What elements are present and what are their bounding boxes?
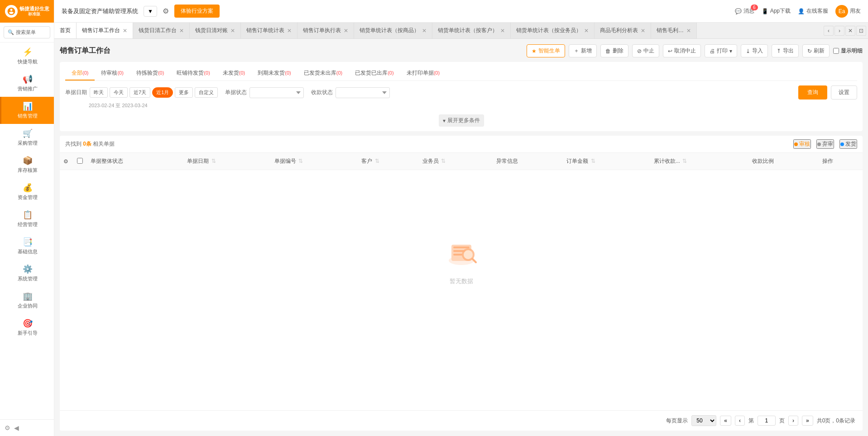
show-detail-checkbox[interactable] (833, 48, 839, 54)
tab-cash-daily[interactable]: 钱货日清工作台 ✕ (133, 23, 190, 38)
filter-tab-not-printed[interactable]: 未打印单据(0) (400, 66, 446, 81)
export-button[interactable]: ⤒ 导出 (772, 44, 799, 57)
filter-tab-pending-review[interactable]: 待审核(0) (95, 66, 129, 81)
tab-close-sales-exec[interactable]: ✕ (344, 28, 348, 33)
tab-home[interactable]: 首页 (54, 23, 77, 38)
status-filter-item: 单据状态 (225, 87, 304, 98)
set-button[interactable]: 设置 (831, 85, 857, 100)
col-salesperson[interactable]: 业务员 ⇅ (419, 153, 493, 170)
settings-icon[interactable]: ⚙ (63, 158, 68, 165)
gear-button[interactable]: ⚙ (163, 7, 169, 15)
tab-close-cash-reconcile[interactable]: ✕ (230, 28, 235, 33)
empty-icon (443, 236, 480, 272)
add-button[interactable]: ＋ 新增 (569, 44, 597, 57)
next-page-button[interactable]: › (788, 416, 798, 426)
tab-sales-workbench[interactable]: 销售订单工作台 ✕ (77, 23, 133, 38)
sidebar-item-basics[interactable]: 📑 基础信息 (0, 232, 54, 260)
sidebar-item-marketing[interactable]: 📢 营销推广 (0, 70, 54, 97)
payment-select[interactable] (336, 87, 390, 98)
page-size-select[interactable]: 50 100 200 (691, 415, 716, 426)
refresh-button[interactable]: ↻ 刷新 (802, 44, 830, 57)
sidebar-item-enterprise[interactable]: 🏢 企业协同 (0, 287, 54, 314)
app-download-button[interactable]: 📱 App下载 (762, 7, 791, 15)
collapse-button[interactable]: ◀ (14, 424, 19, 431)
filter-tab-not-shipped[interactable]: 未发货(0) (216, 66, 251, 81)
ship-bulk-button[interactable]: 发货 (839, 139, 857, 149)
date-more-btn[interactable]: 更多 (175, 87, 193, 98)
tab-close-cash-daily[interactable]: ✕ (179, 28, 184, 33)
user-menu[interactable]: Ea 用友 (835, 5, 861, 18)
sidebar-item-quick-nav[interactable]: ⚡ 快捷导航 (0, 43, 54, 70)
sidebar-item-sales[interactable]: 📊 销售管理 (0, 97, 54, 124)
tab-sales-summary-staff[interactable]: 销货单统计表（按业务员） ✕ (511, 23, 595, 38)
prev-page-button[interactable]: ‹ (735, 416, 745, 426)
last-page-button[interactable]: » (802, 416, 813, 426)
cancel-stop-button[interactable]: ↩ 取消中止 (663, 44, 701, 57)
stop-button[interactable]: ⊘ 中止 (632, 44, 659, 57)
tab-close-gross-profit[interactable]: ✕ (641, 28, 645, 33)
tab-close-sales-stats[interactable]: ✕ (287, 28, 292, 33)
show-detail-label[interactable]: 显示明细 (833, 47, 863, 55)
app-dropdown-button[interactable]: ▼ (144, 6, 157, 17)
unapprove-button[interactable]: 弃审 (816, 139, 834, 149)
online-service-button[interactable]: 👤 在线客服 (798, 7, 828, 15)
col-collected[interactable]: 累计收款... ⇅ (650, 153, 748, 170)
tab-sales-summary-customer[interactable]: 销货单统计表（按客户） ✕ (432, 23, 511, 38)
operations-icon: 📋 (23, 210, 33, 220)
date-7days-btn[interactable]: 近7天 (129, 87, 150, 98)
delete-icon: 🗑 (605, 48, 611, 54)
sidebar-item-guide[interactable]: 🎯 新手引导 (0, 314, 54, 341)
sidebar-item-finance[interactable]: 💰 资金管理 (0, 178, 54, 205)
expand-conditions-button[interactable]: ▾ 展开更多条件 (439, 114, 484, 127)
tab-close-sales-summary-customer[interactable]: ✕ (500, 28, 505, 33)
tab-close-sales-total[interactable]: ✕ (686, 28, 691, 33)
delete-button[interactable]: 🗑 删除 (600, 44, 628, 57)
first-page-button[interactable]: « (720, 416, 731, 426)
tab-close-sales-summary-staff[interactable]: ✕ (584, 28, 589, 33)
approve-button[interactable]: 审核 (793, 139, 811, 149)
filter-tab-shipped-out[interactable]: 已发货已出库(0) (349, 66, 400, 81)
smart-create-button[interactable]: 智能生单 (527, 44, 565, 57)
date-today-btn[interactable]: 今天 (110, 87, 128, 98)
import-button[interactable]: ⤓ 导入 (741, 44, 768, 57)
tab-close-all-button[interactable]: ✕ (845, 26, 855, 36)
settings-bottom-button[interactable]: ⚙ (5, 424, 10, 431)
filter-tab-pending-inspect[interactable]: 待拣验货(0) (130, 66, 170, 81)
tab-sales-stats[interactable]: 销售订单统计表 ✕ (241, 23, 297, 38)
tab-menu-button[interactable]: ⊡ (856, 26, 866, 36)
filter-tab-overdue-ship[interactable]: 到期未发货(0) (251, 66, 297, 81)
message-badge: 6 (751, 5, 758, 10)
sidebar-item-system[interactable]: ⚙️ 系统管理 (0, 260, 54, 287)
tab-close-sales-workbench[interactable]: ✕ (123, 28, 127, 33)
date-1month-btn[interactable]: 近1月 (152, 87, 173, 98)
print-button[interactable]: 🖨 打印 ▾ (705, 44, 737, 57)
date-custom-btn[interactable]: 自定义 (195, 87, 218, 98)
query-button[interactable]: 查询 (798, 85, 827, 100)
svg-point-6 (464, 250, 473, 259)
sidebar-item-operations[interactable]: 📋 经营管理 (0, 205, 54, 232)
tab-next-button[interactable]: › (834, 26, 844, 36)
filter-tab-all[interactable]: 全部(0) (65, 66, 95, 81)
tab-prev-button[interactable]: ‹ (824, 26, 834, 36)
filter-tab-wangpu-ship[interactable]: 旺铺待发货(0) (170, 66, 216, 81)
status-select[interactable] (249, 87, 304, 98)
date-yesterday-btn[interactable]: 昨天 (90, 87, 108, 98)
col-customer[interactable]: 客户 ⇅ (358, 153, 418, 170)
select-all-checkbox[interactable] (77, 158, 83, 164)
tab-sales-exec[interactable]: 销售订单执行表 ✕ (297, 23, 354, 38)
sidebar-item-purchase[interactable]: 🛒 采购管理 (0, 124, 54, 151)
page-number-input[interactable] (758, 416, 776, 426)
filter-tab-shipped-not-out[interactable]: 已发货未出库(0) (297, 66, 349, 81)
tab-cash-reconcile[interactable]: 钱货日清对账 ✕ (190, 23, 241, 38)
col-number[interactable]: 单据编号 ⇅ (271, 153, 358, 170)
col-date[interactable]: 单据日期 ⇅ (183, 153, 270, 170)
tab-sales-summary-product[interactable]: 销货单统计表（按商品） ✕ (354, 23, 432, 38)
tab-close-sales-summary-product[interactable]: ✕ (422, 28, 427, 33)
messages-button[interactable]: 💬 消息 6 (735, 7, 754, 15)
tab-gross-profit[interactable]: 商品毛利分析表 ✕ (595, 23, 651, 38)
col-amount[interactable]: 订单金额 ⇅ (563, 153, 650, 170)
tab-sales-total[interactable]: 销售毛利… ✕ (651, 23, 697, 38)
experience-button[interactable]: 体验行业方案 (174, 5, 220, 18)
sidebar-item-inventory[interactable]: 📦 库存核算 (0, 151, 54, 178)
search-menu-button[interactable]: 🔍 搜索菜单 (4, 26, 50, 38)
